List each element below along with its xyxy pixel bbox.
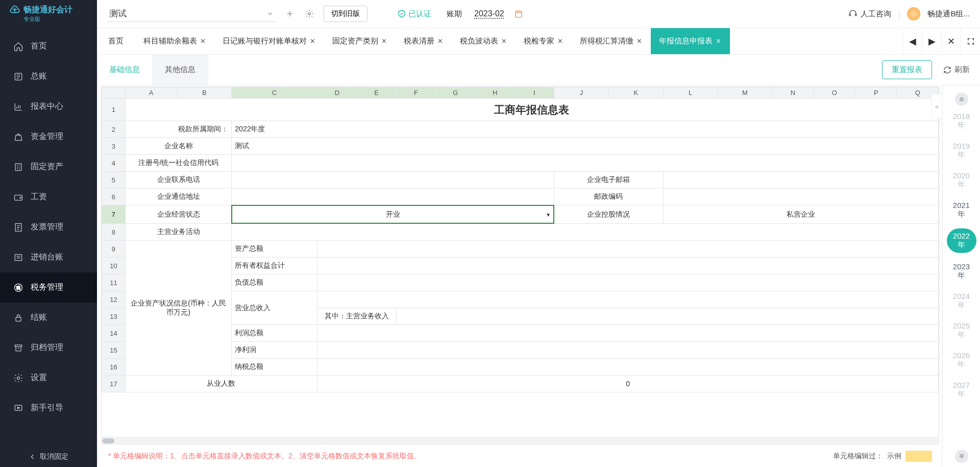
tab-0[interactable]: 科目辅助余额表✕ [135, 28, 214, 54]
nav-close[interactable]: 结账 [0, 302, 97, 333]
col-G[interactable]: G [436, 87, 475, 99]
nav-home[interactable]: 首页 [0, 31, 97, 61]
col-A[interactable]: A [125, 87, 177, 99]
period-value[interactable]: 2023-02 [474, 9, 504, 18]
year-collapse[interactable]: « [931, 94, 942, 119]
col-E[interactable]: E [357, 87, 396, 99]
col-C[interactable]: C [232, 87, 317, 99]
calendar-icon[interactable] [513, 9, 524, 19]
nav-ledger[interactable]: 总账 [0, 61, 97, 91]
tab-home[interactable]: 首页 [97, 28, 135, 54]
year-2023年[interactable]: 2023年 [947, 260, 976, 283]
cell-holding[interactable]: 私营企业 [663, 205, 938, 224]
subtab-basic[interactable]: 基础信息 [97, 55, 153, 85]
cell-liabilities[interactable] [317, 274, 939, 291]
close-icon[interactable]: ✕ [716, 37, 721, 45]
tab-fullscreen[interactable] [961, 28, 980, 54]
reset-button[interactable]: 重置报表 [882, 60, 932, 79]
dropdown-icon[interactable]: ▼ [546, 212, 551, 217]
year-down[interactable] [955, 450, 968, 463]
nav-invoice[interactable]: 发票管理 [0, 212, 97, 242]
add-icon[interactable] [285, 9, 295, 19]
nav-salary[interactable]: 工资 [0, 182, 97, 212]
close-icon[interactable]: ✕ [310, 37, 315, 45]
year-2022年[interactable]: 2022年 [947, 228, 976, 253]
username[interactable]: 畅捷通B组... [927, 9, 970, 19]
col-P[interactable]: P [855, 87, 897, 99]
cell-owner-equity[interactable] [317, 258, 939, 274]
cell-main-biz[interactable] [232, 224, 939, 241]
tab-4[interactable]: 税负波动表✕ [452, 28, 516, 54]
col-M[interactable]: M [718, 87, 772, 99]
year-2019年[interactable]: 2019年 [947, 139, 976, 162]
year-2018年[interactable]: 2018年 [947, 110, 976, 132]
tab-7[interactable]: 年报信息申报表✕ [651, 28, 730, 54]
year-2020年[interactable]: 2020年 [947, 169, 976, 192]
year-2021年[interactable]: 2021年 [947, 199, 976, 221]
nav-archive[interactable]: 归档管理 [0, 333, 97, 363]
col-D[interactable]: D [317, 87, 357, 99]
avatar[interactable] [907, 7, 920, 20]
cell-biz-status[interactable]: 开业▼ [232, 205, 554, 224]
nav-inout[interactable]: 进销台账 [0, 242, 97, 272]
cell-profit-total[interactable] [317, 325, 939, 342]
nav-guide[interactable]: 新手引导 [0, 393, 97, 423]
cell-main-revenue[interactable] [396, 308, 938, 325]
cell-period[interactable]: 2022年度 [232, 121, 939, 138]
close-icon[interactable]: ✕ [200, 37, 206, 45]
close-icon[interactable]: ✕ [557, 37, 563, 45]
col-F[interactable]: F [396, 87, 435, 99]
close-icon[interactable]: ✕ [381, 37, 387, 45]
nav-reports[interactable]: 报表中心 [0, 91, 97, 122]
close-icon[interactable]: ✕ [636, 37, 642, 45]
cell-email[interactable] [663, 172, 938, 189]
tab-1[interactable]: 日记账与银行对账单核对✕ [214, 28, 324, 54]
refresh-button[interactable]: 刷新 [943, 65, 970, 75]
subtab-other[interactable]: 其他信息 [153, 55, 208, 85]
nav-fixed-assets[interactable]: 固定资产 [0, 152, 97, 182]
nav-funds[interactable]: 资金管理 [0, 122, 97, 152]
col-B[interactable]: B [177, 87, 232, 99]
col-J[interactable]: J [554, 87, 609, 99]
col-N[interactable]: N [772, 87, 814, 99]
pin-toggle[interactable]: 取消固定 [0, 447, 97, 467]
tab-3[interactable]: 税表清册✕ [396, 28, 452, 54]
tab-close-all[interactable]: ✕ [941, 28, 961, 54]
switch-old-button[interactable]: 切到旧版 [324, 6, 368, 22]
nav-settings[interactable]: 设置 [0, 363, 97, 393]
cell-reg-no[interactable] [232, 155, 939, 172]
consult-link[interactable]: 人工咨询 [848, 9, 891, 19]
cell-phone[interactable] [232, 172, 554, 189]
cell-total-assets[interactable] [317, 241, 939, 258]
cell-revenue[interactable] [317, 291, 939, 308]
nav-tax[interactable]: 税税务管理 [0, 272, 97, 302]
year-2026年[interactable]: 2026年 [947, 349, 976, 371]
h-scrollbar[interactable] [101, 437, 939, 445]
cell-employees[interactable]: 0 [317, 376, 939, 392]
col-I[interactable]: I [514, 87, 554, 99]
cell-net-profit[interactable] [317, 342, 939, 359]
cell-postcode[interactable] [663, 189, 938, 205]
org-select[interactable]: 测试 [107, 6, 276, 22]
col-H[interactable]: H [475, 87, 514, 99]
col-O[interactable]: O [814, 87, 855, 99]
cell-company-name[interactable]: 测试 [232, 138, 939, 155]
settings-icon[interactable] [304, 9, 314, 19]
close-icon[interactable]: ✕ [501, 37, 507, 45]
col-K[interactable]: K [608, 87, 663, 99]
tab-6[interactable]: 所得税汇算清缴✕ [572, 28, 651, 54]
year-2027年[interactable]: 2027年 [947, 379, 976, 401]
cell-tax-total[interactable] [317, 359, 939, 376]
tab-2[interactable]: 固定资产类别✕ [324, 28, 396, 54]
close-icon[interactable]: ✕ [437, 37, 443, 45]
year-up[interactable] [955, 92, 968, 106]
year-2025年[interactable]: 2025年 [947, 319, 976, 342]
tab-prev[interactable]: ◀ [902, 28, 922, 54]
cell-address[interactable] [232, 189, 554, 205]
year-2024年[interactable]: 2024年 [947, 290, 976, 312]
spreadsheet[interactable]: A B C D E F G H I J K L M [101, 86, 939, 437]
col-L[interactable]: L [663, 87, 718, 99]
select-all-cell[interactable] [102, 87, 126, 99]
tab-next[interactable]: ▶ [922, 28, 941, 54]
tab-5[interactable]: 税检专家✕ [516, 28, 572, 54]
